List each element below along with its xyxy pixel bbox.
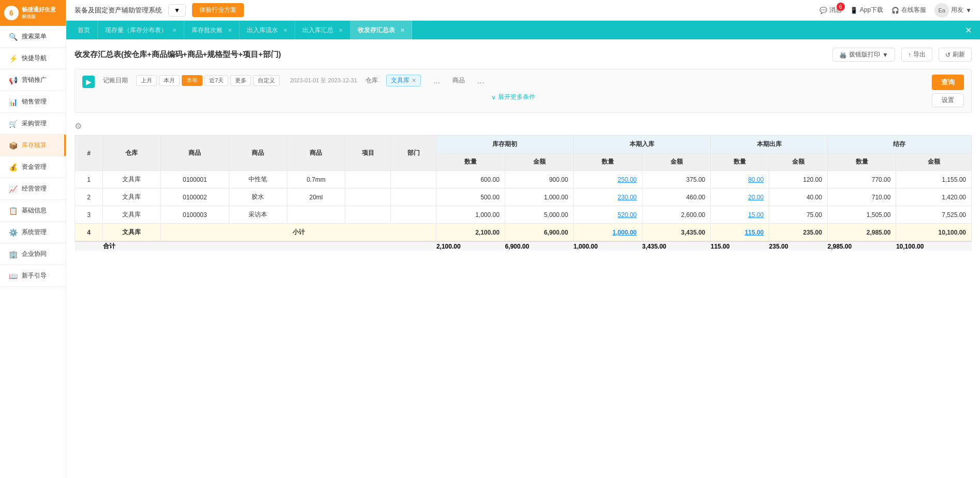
data-table: # 仓库 商品 商品 商品 项目 部门 库存期初 本期入库 本期出库 结存 xyxy=(75,135,972,251)
cell-out-qty[interactable]: 20.00 xyxy=(711,189,769,206)
tab-in-out-summary-close[interactable]: ✕ xyxy=(339,27,343,33)
sidebar-item-label: 快捷导航 xyxy=(22,54,47,63)
cell-goods-name: 胶水 xyxy=(229,189,287,206)
cell-subtotal-out-amt: 235.00 xyxy=(769,224,828,242)
tab-receive-send-summary[interactable]: 收发存汇总表 ✕ xyxy=(350,21,412,39)
tab-bar-close[interactable]: ✕ xyxy=(961,25,976,35)
print-dropdown-icon: ▼ xyxy=(882,51,888,59)
message-icon: 💬 xyxy=(820,7,827,14)
tab-in-out-summary[interactable]: 出入库汇总 ✕ xyxy=(295,21,350,39)
message-action[interactable]: 💬 消息 6 xyxy=(820,6,842,15)
warehouse-label: 仓库 xyxy=(365,76,378,85)
cell-goods-spec xyxy=(287,206,345,224)
settings-button[interactable]: 设置 xyxy=(932,93,964,107)
goods-dots[interactable]: ... xyxy=(477,76,484,85)
cell-project xyxy=(345,206,391,224)
cell-goods-code: 0100002 xyxy=(160,189,229,206)
cell-in-amt: 375.00 xyxy=(642,171,710,189)
date-btn-this-year[interactable]: 本年 xyxy=(182,75,202,86)
cell-in-qty[interactable]: 250.00 xyxy=(574,171,642,189)
cell-in-qty[interactable]: 230.00 xyxy=(574,189,642,206)
cell-subtotal-no: 4 xyxy=(75,224,103,242)
warehouse-tag-close[interactable]: ✕ xyxy=(412,77,416,84)
cell-no: 2 xyxy=(75,189,103,206)
user-action[interactable]: Ea 用友 ▼ xyxy=(934,3,972,18)
print-button[interactable]: 🖨️ 拨镜版打印 ▼ xyxy=(832,48,895,62)
box-icon: 📦 xyxy=(8,141,18,150)
sidebar-item-guide[interactable]: 📖 新手引导 xyxy=(0,265,66,287)
cell-warehouse: 文具库 xyxy=(103,171,160,189)
cell-subtotal-in-amt: 3,435.00 xyxy=(642,224,710,242)
refresh-button[interactable]: ↺ 刷新 xyxy=(939,48,972,62)
message-badge: 6 xyxy=(837,3,845,11)
cell-subtotal-opening-amt: 6,900.00 xyxy=(505,224,573,242)
tab-batch-ledger-close[interactable]: ✕ xyxy=(228,27,232,33)
col-in-amt-header: 金额 xyxy=(642,153,710,171)
date-btn-7days[interactable]: 近7天 xyxy=(204,75,228,86)
cell-subtotal-in-qty[interactable]: 1,000.00 xyxy=(574,224,642,242)
cell-opening-amt: 5,000.00 xyxy=(505,206,573,224)
cell-subtotal-out-qty[interactable]: 115.00 xyxy=(711,224,769,242)
date-btn-last-month[interactable]: 上月 xyxy=(136,75,157,86)
sidebar-item-sales[interactable]: 📊 销售管理 xyxy=(0,91,66,113)
export-button[interactable]: ↑ 导出 xyxy=(901,48,932,62)
table-row: 3 文具库 0100003 采访本 1,000.00 5,000.00 520.… xyxy=(75,206,972,224)
tab-inventory-dist-close[interactable]: ✕ xyxy=(172,27,177,33)
app-download-action[interactable]: 📱 App下载 xyxy=(850,6,883,15)
cell-total-closing-qty: 2,985.00 xyxy=(827,241,896,251)
cell-opening-qty: 600.00 xyxy=(436,171,505,189)
date-btn-more[interactable]: 更多 xyxy=(230,75,251,86)
col-department-header: 部门 xyxy=(391,136,436,171)
tab-in-out-flow-label: 出入库流水 xyxy=(247,26,278,35)
query-button[interactable]: 查询 xyxy=(932,75,964,90)
sidebar-item-search[interactable]: 🔍 搜索菜单 xyxy=(0,26,66,48)
table-row: 2 文具库 0100002 胶水 20ml 500.00 1,000.00 23… xyxy=(75,189,972,206)
user-label: 用友 xyxy=(951,6,963,15)
tab-in-out-flow-close[interactable]: ✕ xyxy=(283,27,287,33)
cell-opening-amt: 900.00 xyxy=(505,171,573,189)
tab-batch-ledger[interactable]: 库存批次账 ✕ xyxy=(184,21,240,39)
money-icon: 💰 xyxy=(8,163,18,171)
col-warehouse-header: 仓库 xyxy=(103,136,160,171)
tab-inventory-dist[interactable]: 现存量（库存分布表） ✕ xyxy=(98,21,184,39)
cell-goods-name: 采访本 xyxy=(229,206,287,224)
sidebar-item-enterprise[interactable]: 🏢 企业协同 xyxy=(0,243,66,265)
tab-home[interactable]: 首页 xyxy=(70,21,98,39)
experience-button[interactable]: 体验行业方案 xyxy=(192,3,244,17)
date-btn-this-month[interactable]: 本月 xyxy=(159,75,180,86)
tab-in-out-summary-label: 出入库汇总 xyxy=(302,26,333,35)
logo-title: 畅捷通好生意 xyxy=(22,6,56,13)
sidebar-item-inventory[interactable]: 📦 库存核算 xyxy=(0,135,66,156)
trend-icon: 📈 xyxy=(8,185,18,193)
col-opening-amt-header: 金额 xyxy=(505,153,573,171)
tab-receive-send-close[interactable]: ✕ xyxy=(400,27,404,33)
filter-toggle-button[interactable]: ▶ xyxy=(82,76,95,88)
warehouse-dots[interactable]: ... xyxy=(433,76,440,85)
sidebar-item-purchase[interactable]: 🛒 采购管理 xyxy=(0,113,66,135)
cell-total-out-qty: 115.00 xyxy=(711,241,769,251)
sidebar-item-marketing[interactable]: 📢 营销推广 xyxy=(0,69,66,91)
filter-main: 记账日期 上月 本月 本年 近7天 更多 自定义 2023-01-01 至 20… xyxy=(103,75,924,104)
sidebar-item-operations[interactable]: 📈 经营管理 xyxy=(0,178,66,200)
sidebar-item-finance[interactable]: 💰 资金管理 xyxy=(0,156,66,178)
expand-button[interactable]: ∨ 展开更多条件 xyxy=(103,91,924,104)
tab-in-out-flow[interactable]: 出入库流水 ✕ xyxy=(240,21,295,39)
sidebar-item-system[interactable]: ⚙️ 系统管理 xyxy=(0,222,66,243)
date-range-display: 2023-01-01 至 2023-12-31 xyxy=(290,77,357,84)
cell-out-qty[interactable]: 80.00 xyxy=(711,171,769,189)
lightning-icon: ⚡ xyxy=(8,54,18,63)
cell-total-opening-qty: 2,100.00 xyxy=(436,241,505,251)
sidebar-item-quick-nav[interactable]: ⚡ 快捷导航 xyxy=(0,48,66,69)
megaphone-icon: 📢 xyxy=(8,76,18,84)
cell-total-opening-amt: 6,900.00 xyxy=(505,241,573,251)
cell-in-qty[interactable]: 520.00 xyxy=(574,206,642,224)
cell-out-qty[interactable]: 15.00 xyxy=(711,206,769,224)
header-left: 装备及固定资产辅助管理系统 ▼ 体验行业方案 xyxy=(75,3,244,17)
online-service-action[interactable]: 🎧 在线客服 xyxy=(891,6,926,15)
sidebar-item-basic-info[interactable]: 📋 基础信息 xyxy=(0,200,66,222)
system-dropdown[interactable]: ▼ xyxy=(168,4,186,17)
date-btn-custom[interactable]: 自定义 xyxy=(253,75,280,86)
table-settings-icon[interactable]: ⚙ xyxy=(75,121,82,131)
col-in-qty-header: 数量 xyxy=(574,153,642,171)
logo-icon: 6 xyxy=(4,6,19,20)
